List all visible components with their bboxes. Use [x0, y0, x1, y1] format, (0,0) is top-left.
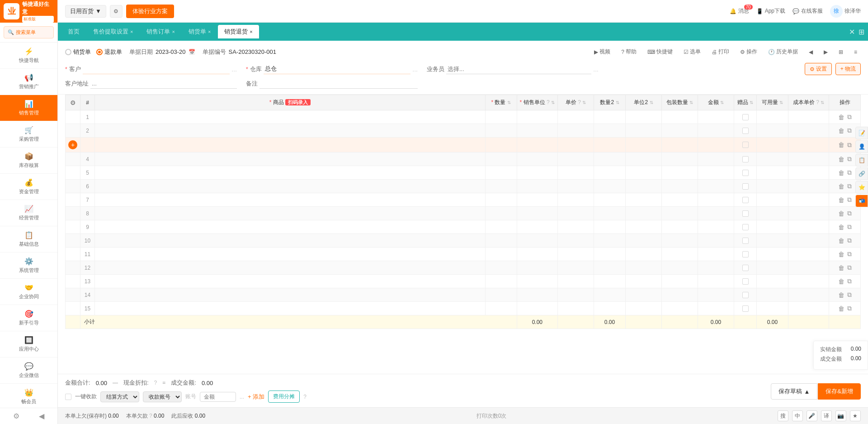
one-click-payment-checkbox[interactable] — [65, 394, 71, 400]
sidebar-item-member[interactable]: 👑 畅会员 — [0, 384, 57, 408]
sidebar-collapse-button[interactable]: ◀ — [39, 412, 44, 420]
row-unit-1[interactable] — [517, 110, 557, 124]
prev-record-button[interactable]: ◀ — [805, 47, 816, 57]
row-qty2-3[interactable] — [594, 138, 626, 152]
delete-row[interactable]: 🗑 — [838, 237, 844, 244]
copy-row[interactable]: ⧉ — [847, 291, 852, 299]
gift-checkbox-2[interactable] — [742, 128, 749, 134]
row-cost-2[interactable] — [788, 124, 829, 138]
tab-sale-return-close[interactable]: × — [250, 29, 252, 34]
price-help-icon[interactable]: ? — [578, 99, 581, 105]
sidebar-item-enterprise[interactable]: 🤝 企业协同 — [0, 279, 57, 305]
fee-split-button[interactable]: 费用分摊 — [268, 391, 300, 403]
quick-action-6[interactable]: 📬 — [855, 195, 868, 207]
online-service-button[interactable]: 💬 在线客服 — [793, 7, 823, 15]
copy-row[interactable]: ⧉ — [847, 250, 852, 258]
gift-checkbox[interactable] — [742, 170, 749, 176]
copy-row[interactable]: ⧉ — [847, 264, 852, 272]
sidebar-item-operations[interactable]: 📈 经营管理 — [0, 200, 57, 226]
quick-action-5[interactable]: ⭐ — [855, 181, 868, 194]
row-price-2[interactable] — [558, 124, 594, 138]
translate-icon[interactable]: 译 — [821, 410, 832, 421]
sidebar-item-guide[interactable]: 🎯 新手引导 — [0, 305, 57, 331]
copy-row[interactable]: ⧉ — [847, 196, 852, 204]
row-unit2-3[interactable] — [626, 138, 662, 152]
row-qty-1[interactable] — [485, 110, 517, 124]
delete-row-1[interactable]: 🗑 — [838, 113, 844, 121]
row-price-3[interactable] — [558, 138, 594, 152]
row-amount-1[interactable] — [698, 110, 734, 124]
row-unit2-2[interactable] — [626, 124, 662, 138]
tab-sale-price-close[interactable]: × — [130, 29, 133, 34]
gift-checkbox[interactable] — [742, 251, 749, 257]
notes-input[interactable] — [259, 79, 418, 89]
delete-row[interactable]: 🗑 — [838, 305, 844, 312]
sidebar-item-purchase[interactable]: 🛒 采购管理 — [0, 121, 57, 148]
logistics-button[interactable]: + 物流 — [835, 63, 861, 75]
row-unit2-1[interactable] — [626, 110, 662, 124]
star-icon[interactable]: ★ — [850, 410, 861, 421]
video-button[interactable]: ▶ 视频 — [590, 46, 614, 57]
copy-row[interactable]: ⧉ — [847, 277, 852, 285]
sidebar-item-marketing[interactable]: 📢 营销推广 — [0, 69, 57, 95]
staff-select-icon[interactable]: ... — [593, 66, 599, 73]
payment-amount-input[interactable] — [200, 392, 236, 402]
address-input[interactable] — [90, 79, 237, 89]
fee-help-icon[interactable]: ? — [303, 394, 307, 400]
staff-input[interactable] — [446, 64, 591, 74]
sidebar-item-wechat[interactable]: 💬 企业微信 — [0, 357, 57, 384]
row-avail-2[interactable] — [757, 124, 788, 138]
gift-checkbox-3[interactable] — [742, 142, 749, 148]
row-avail-3[interactable] — [757, 138, 788, 152]
scan-badge[interactable]: 扫码录入 — [285, 99, 311, 105]
shortcut-button[interactable]: ⌨ 快捷键 — [644, 46, 676, 57]
row-product-2[interactable] — [95, 124, 486, 138]
print-button[interactable]: 🖨 打印 — [708, 46, 733, 57]
gift-checkbox[interactable] — [742, 238, 749, 244]
quick-action-1[interactable]: 📝 — [855, 127, 868, 139]
tab-sale-return[interactable]: 销货退货 × — [218, 25, 259, 38]
customer-select-icon[interactable]: ... — [231, 66, 237, 73]
sidebar-item-basic-info[interactable]: 📋 基础信息 — [0, 226, 57, 252]
row-amount-2[interactable] — [698, 124, 734, 138]
keyboard-icon[interactable]: 中 — [792, 410, 803, 421]
row-product-1[interactable] — [95, 110, 486, 124]
gift-checkbox[interactable] — [742, 210, 749, 217]
calendar-icon[interactable]: 📅 — [189, 49, 195, 55]
copy-row-1[interactable]: ⧉ — [847, 113, 852, 121]
history-button[interactable]: 🕐 历史单据 — [764, 46, 802, 57]
delete-row-2[interactable]: 🗑 — [838, 127, 844, 134]
delete-row[interactable]: 🗑 — [838, 223, 844, 231]
delete-row[interactable]: 🗑 — [838, 264, 844, 272]
tab-sale-price[interactable]: 售价提取设置 × — [87, 25, 139, 38]
gift-checkbox[interactable] — [742, 305, 749, 312]
row-qty2-1[interactable] — [594, 110, 626, 124]
payment-method-select[interactable]: 结算方式 — [100, 391, 139, 402]
copy-row-3[interactable]: ⧉ — [847, 141, 852, 149]
copy-row[interactable]: ⧉ — [847, 223, 852, 231]
mic-icon[interactable]: 🎤 — [807, 410, 817, 421]
sougou-icon[interactable]: 搜 — [778, 410, 788, 421]
list-view-button[interactable]: ≡ — [850, 47, 861, 57]
copy-row-2[interactable]: ⧉ — [847, 127, 852, 134]
gift-checkbox[interactable] — [742, 278, 749, 285]
camera-icon[interactable]: 📷 — [835, 410, 846, 421]
delete-row[interactable]: 🗑 — [838, 182, 844, 190]
copy-row[interactable]: ⧉ — [847, 182, 852, 190]
row-cost-1[interactable] — [788, 110, 829, 124]
delete-row-3[interactable]: 🗑 — [838, 141, 844, 149]
sidebar-item-app-center[interactable]: 🔲 应用中心 — [0, 331, 57, 357]
quick-action-2[interactable]: 👤 — [855, 140, 868, 153]
gift-checkbox[interactable] — [742, 197, 749, 203]
tab-sale-close[interactable]: × — [208, 29, 211, 34]
tab-close-all-button[interactable]: ✕ — [849, 28, 855, 36]
daily-selector[interactable]: 日用百货 ▼ — [65, 5, 106, 18]
trial-button[interactable]: 体验行业方案 — [126, 5, 174, 18]
row-pkgqty-1[interactable] — [662, 110, 698, 124]
quick-action-3[interactable]: 📋 — [855, 154, 868, 167]
tab-sale-order[interactable]: 销售订单 × — [140, 25, 181, 38]
topbar-settings-button[interactable]: ⚙ — [110, 5, 123, 18]
unit-help-icon[interactable]: ? — [547, 99, 550, 105]
operation-button[interactable]: ⚙ 操作 — [736, 46, 761, 57]
settings-button[interactable]: ⚙ 设置 — [805, 63, 832, 75]
